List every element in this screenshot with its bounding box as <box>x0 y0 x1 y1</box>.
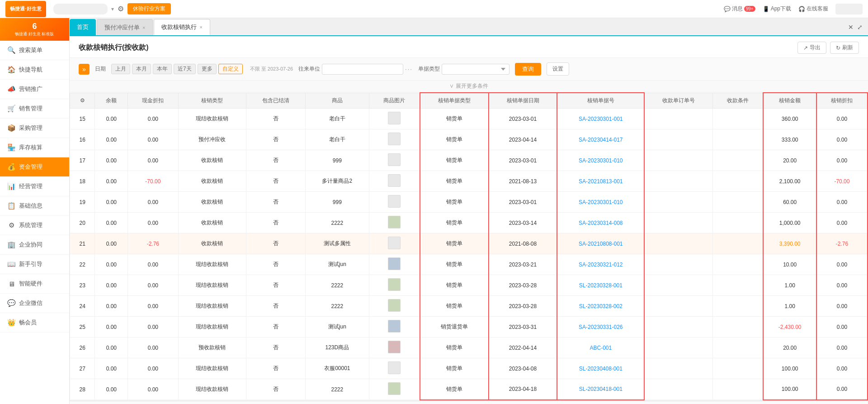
td-goods: 测试jun <box>305 254 369 275</box>
td-id: 27 <box>70 358 95 379</box>
td-balance: 0.00 <box>95 317 128 337</box>
td-order-no <box>644 358 712 379</box>
td-bill-date: 2023-03-14 <box>489 213 557 233</box>
td-goods-img <box>369 275 420 296</box>
td-bill-date: 2022-04-14 <box>489 337 557 358</box>
table-row: 15 0.00 0.00 现结收款核销 否 老白干 销货单 2023-03-01… <box>70 109 868 129</box>
sidebar-item-enterprise-wx[interactable]: 💬 企业微信 <box>0 294 69 313</box>
tab-receipt-cancel[interactable]: 收款核销执行 × <box>154 19 210 35</box>
refresh-btn[interactable]: ↻ 刷新 <box>830 42 859 54</box>
td-goods-img <box>369 192 420 213</box>
bill-type-select[interactable] <box>442 64 509 75</box>
date-custom[interactable]: 自定义 <box>218 64 243 74</box>
top-right-actions: 💬 消息 99+ 📱 App下载 🎧 在线客服 <box>724 4 863 14</box>
bill-no-link[interactable]: SA-20230321-012 <box>579 261 623 268</box>
tab-home[interactable]: 首页 <box>70 19 96 35</box>
bill-no-link[interactable]: SL-20230328-001 <box>579 282 623 289</box>
td-goods: 2222 <box>305 213 369 233</box>
th-order-no: 收款单订单号 <box>644 93 712 109</box>
td-payment-cond <box>712 358 763 379</box>
party-input[interactable] <box>322 64 403 75</box>
td-type: 收款核销 <box>178 192 246 213</box>
tab-expand-icon[interactable]: ⤢ <box>857 24 863 31</box>
td-order-no <box>644 275 712 296</box>
table-wrap[interactable]: ⚙ 余额 现金折扣 核销类型 包含已结清 商品 商品图片 核销单据类型 核销单据… <box>70 92 868 404</box>
td-payment-cond <box>712 379 763 400</box>
sidebar-item-smart-hw[interactable]: 🖥 智能硬件 <box>0 274 69 294</box>
td-goods-img <box>369 150 420 171</box>
tab-prepaid-close[interactable]: × <box>142 25 145 30</box>
table-row: 21 0.00 -2.76 收款核销 否 测试多属性 销货单 2021-08-0… <box>70 233 868 254</box>
td-bill-date: 2023-03-31 <box>489 317 557 337</box>
app-logo[interactable]: 畅捷通·好生意 <box>5 1 46 17</box>
td-discount: 0.00 <box>816 129 868 150</box>
bill-no-link[interactable]: SA-20210808-001 <box>579 241 623 247</box>
app-download-btn[interactable]: 📱 App下载 <box>763 5 791 13</box>
industry-solution-btn[interactable]: 休验行业方案 <box>127 3 171 14</box>
td-id: 21 <box>70 233 95 254</box>
blurred-input-area <box>53 4 108 14</box>
wechat-icon: 💬 <box>7 299 15 307</box>
bill-no-link[interactable]: SL-20230408-001 <box>579 366 623 372</box>
td-cash-discount: 0.00 <box>128 358 178 379</box>
td-bill-no: SA-20230414-017 <box>557 129 644 150</box>
message-icon: 💬 <box>724 6 731 12</box>
bill-no-link[interactable]: SA-20230414-017 <box>579 137 623 143</box>
filter-toggle-btn[interactable]: » <box>79 64 90 75</box>
bill-no-link[interactable]: SA-20230301-010 <box>579 199 623 205</box>
td-goods-img <box>369 296 420 317</box>
user-avatar[interactable] <box>835 4 863 14</box>
settings-btn[interactable]: 设置 <box>547 62 569 76</box>
sidebar-item-inventory[interactable]: 🏪 库存核算 <box>0 138 69 157</box>
bill-no-link[interactable]: SA-20210813-001 <box>579 178 623 185</box>
sidebar-item-member[interactable]: 👑 畅会员 <box>0 313 69 333</box>
bill-no-link[interactable]: SL-20230328-002 <box>579 303 623 309</box>
sidebar-item-search[interactable]: 🔍 搜索菜单 <box>0 41 69 60</box>
bill-no-link[interactable]: SA-20230301-001 <box>579 116 623 122</box>
bill-no-link[interactable]: ABC-001 <box>590 345 612 351</box>
td-payment-cond <box>712 171 763 192</box>
date-more[interactable]: 更多 <box>198 64 217 74</box>
export-btn[interactable]: ↗ 导出 <box>797 42 826 54</box>
sidebar-item-sales[interactable]: 🛒 销售管理 <box>0 99 69 119</box>
date-this-month[interactable]: 本月 <box>132 64 151 74</box>
sidebar-item-corp-collab[interactable]: 🏢 企业协同 <box>0 235 69 255</box>
sidebar-item-finance[interactable]: 💰 资金管理 <box>0 157 69 177</box>
th-settings[interactable]: ⚙ <box>70 93 95 109</box>
th-payment-cond: 收款条件 <box>712 93 763 109</box>
sidebar-item-operations[interactable]: 📊 经营管理 <box>0 177 69 196</box>
sidebar-item-marketing[interactable]: 📣 营销推广 <box>0 80 69 99</box>
tab-prepaid[interactable]: 预付冲应付单 × <box>97 19 153 35</box>
bill-no-link[interactable]: SA-20230331-026 <box>579 324 623 330</box>
td-type: 预付冲应收 <box>178 129 246 150</box>
date-last-month[interactable]: 上月 <box>111 64 130 74</box>
expand-label: ∨ 展开更多条件 <box>449 83 488 89</box>
sidebar-item-basic-info[interactable]: 📋 基础信息 <box>0 196 69 216</box>
bill-no-link[interactable]: SL-20230418-001 <box>579 386 623 392</box>
expand-bar[interactable]: ∨ 展开更多条件 <box>70 81 868 92</box>
tab-bar: 首页 预付冲应付单 × 收款核销执行 × ✕ ⤢ <box>70 18 868 36</box>
online-service-btn[interactable]: 🎧 在线客服 <box>798 5 828 13</box>
sidebar-item-quick-nav[interactable]: 🏠 快捷导航 <box>0 60 69 80</box>
td-goods: 2222 <box>305 296 369 317</box>
sidebar-item-system[interactable]: ⚙ 系统管理 <box>0 216 69 235</box>
td-included: 否 <box>246 317 305 337</box>
data-table: ⚙ 余额 现金折扣 核销类型 包含已结清 商品 商品图片 核销单据类型 核销单据… <box>70 92 868 400</box>
tab-receipt-cancel-close[interactable]: × <box>199 24 202 30</box>
bill-no-link[interactable]: SA-20230314-008 <box>579 220 623 226</box>
bill-no-link[interactable]: SA-20230301-010 <box>579 157 623 164</box>
tab-close-icon[interactable]: ✕ <box>848 24 854 31</box>
query-btn[interactable]: 查询 <box>515 63 541 76</box>
sidebar-item-beginner[interactable]: 📖 新手引导 <box>0 255 69 274</box>
box-icon: 📦 <box>7 124 15 132</box>
td-id: 19 <box>70 192 95 213</box>
message-btn[interactable]: 💬 消息 99+ <box>724 5 755 13</box>
tab-prepaid-label: 预付冲应付单 <box>104 24 140 32</box>
date-this-year[interactable]: 本年 <box>153 64 172 74</box>
gear-icon[interactable]: ⚙ <box>118 5 124 13</box>
date-7days[interactable]: 近7天 <box>174 64 196 74</box>
td-bill-no: SA-20230301-001 <box>557 109 644 129</box>
dropdown-icon[interactable]: ▾ <box>111 6 114 12</box>
sidebar-item-purchase[interactable]: 📦 采购管理 <box>0 119 69 138</box>
logo-icon: 畅捷通·好生意 <box>10 5 41 12</box>
